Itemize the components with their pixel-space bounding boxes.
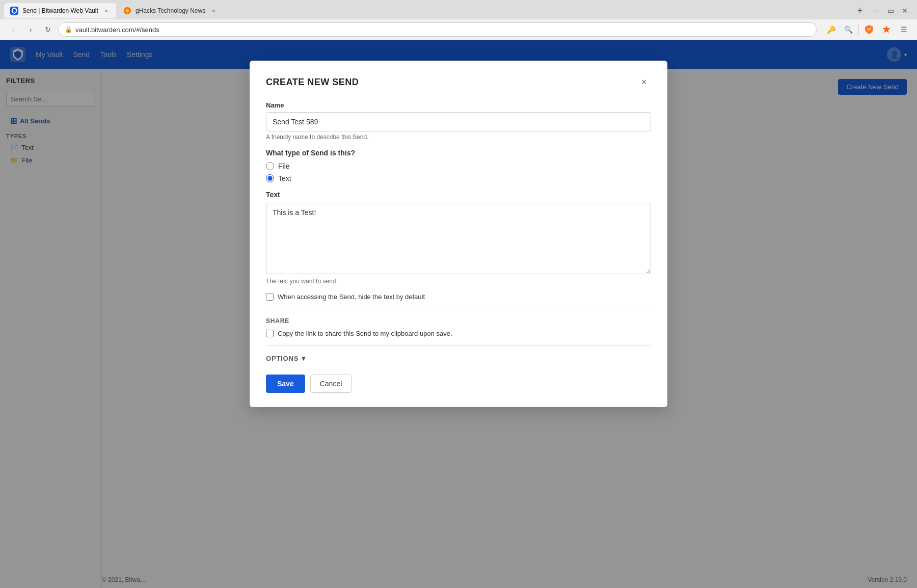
save-button[interactable]: Save [266, 375, 305, 393]
name-label: Name [266, 101, 651, 109]
options-chevron-icon: ▾ [302, 354, 306, 362]
copy-link-checkbox[interactable] [266, 330, 274, 337]
type-text-radio[interactable] [266, 174, 274, 182]
key-icon[interactable]: 🔑 [824, 22, 838, 37]
type-text-radio-text: Text [278, 174, 291, 182]
modal-overlay: CREATE NEW SEND × Name A friendly name t… [0, 40, 917, 588]
modal-header: CREATE NEW SEND × [266, 75, 651, 89]
create-send-modal: CREATE NEW SEND × Name A friendly name t… [250, 61, 667, 407]
hide-text-label: When accessing the Send, hide the text b… [278, 293, 425, 301]
copy-link-checkbox-label[interactable]: Copy the link to share this Send to my c… [266, 330, 651, 337]
forward-button[interactable]: › [23, 22, 38, 37]
type-file-radio-text: File [278, 162, 290, 170]
name-form-group: Name A friendly name to describe this Se… [266, 101, 651, 141]
tab-ghacks[interactable]: gHacks Technology News × [117, 3, 224, 18]
text-section-label: Text [266, 191, 651, 199]
close-window-button[interactable]: ✕ [901, 7, 909, 15]
lock-icon: 🔒 [65, 26, 72, 33]
name-hint: A friendly name to describe this Send. [266, 133, 651, 141]
type-file-radio-label[interactable]: File [266, 162, 651, 170]
maximize-button[interactable]: ▭ [886, 7, 895, 15]
menu-button[interactable]: ☰ [897, 22, 911, 37]
new-tab-button[interactable]: + [853, 4, 867, 18]
brave-icon [864, 24, 875, 35]
browser-chrome: Send | Bitwarden Web Vault × gHacks Tech… [0, 0, 917, 40]
divider-1 [266, 309, 651, 309]
brave-shield-button[interactable] [862, 22, 876, 37]
text-hint: The text you want to send. [266, 278, 651, 285]
browser-actions: 🔑 🔍 ☰ [824, 22, 911, 37]
navigation-bar: ‹ › ↻ 🔒 vault.bitwarden.com/#/sends 🔑 🔍 [0, 19, 917, 40]
modal-title: CREATE NEW SEND [266, 77, 359, 88]
type-question-label: What type of Send is this? [266, 149, 651, 157]
divider-2 [266, 345, 651, 346]
tab-bitwarden[interactable]: Send | Bitwarden Web Vault × [4, 3, 116, 18]
share-label: SHARE [266, 317, 651, 325]
separator [858, 24, 859, 35]
hide-text-checkbox[interactable] [266, 293, 274, 301]
modal-close-button[interactable]: × [637, 75, 651, 89]
svg-marker-2 [882, 25, 891, 33]
brave-rewards-button[interactable] [879, 22, 894, 37]
rewards-icon [881, 24, 892, 35]
tab-ghacks-close[interactable]: × [209, 7, 218, 15]
address-bar[interactable]: 🔒 vault.bitwarden.com/#/sends [58, 22, 817, 37]
reload-button[interactable]: ↻ [41, 22, 55, 37]
tab-ghacks-label: gHacks Technology News [136, 7, 205, 14]
minimize-button[interactable]: ─ [872, 7, 880, 15]
options-toggle[interactable]: OPTIONS ▾ [266, 354, 651, 362]
address-text: vault.bitwarden.com/#/sends [75, 26, 159, 34]
type-text-radio-label[interactable]: Text [266, 174, 651, 182]
text-textarea[interactable]: This is a Test! [266, 203, 651, 274]
copy-link-label: Copy the link to share this Send to my c… [278, 330, 452, 337]
search-icon[interactable]: 🔍 [841, 22, 855, 37]
tab-bitwarden-close[interactable]: × [102, 7, 111, 15]
window-controls: ─ ▭ ✕ [868, 7, 913, 15]
bitwarden-favicon [10, 7, 18, 15]
hide-text-checkbox-label[interactable]: When accessing the Send, hide the text b… [266, 293, 651, 301]
text-form-group: Text This is a Test! The text you want t… [266, 191, 651, 285]
type-file-radio[interactable] [266, 162, 274, 170]
ghacks-favicon [123, 7, 131, 15]
back-button[interactable]: ‹ [6, 22, 20, 37]
options-label: OPTIONS [266, 355, 299, 362]
type-form-group: What type of Send is this? File Text [266, 149, 651, 182]
modal-footer: Save Cancel [266, 372, 651, 393]
cancel-button[interactable]: Cancel [310, 375, 352, 393]
page-background: My Vault Send Tools Settings 👤 ▾ FILTERS… [0, 40, 917, 588]
name-input[interactable] [266, 112, 651, 131]
type-radio-group: File Text [266, 162, 651, 182]
tab-bitwarden-label: Send | Bitwarden Web Vault [22, 7, 98, 14]
